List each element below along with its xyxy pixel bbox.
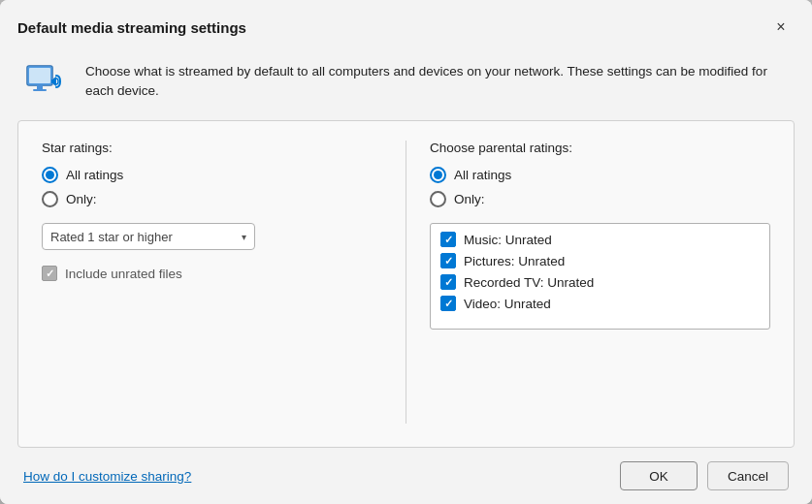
parental-all-ratings-label: All ratings — [454, 168, 511, 182]
star-ratings-label: Star ratings: — [42, 141, 382, 155]
star-all-ratings-radio[interactable]: All ratings — [42, 167, 382, 183]
star-rating-dropdown[interactable]: Rated 1 star or higher ▾ — [42, 223, 255, 250]
left-panel: Star ratings: All ratings Only: Rated 1 … — [42, 141, 406, 424]
star-all-ratings-label: All ratings — [66, 168, 123, 182]
parental-checkbox-2[interactable] — [440, 274, 456, 290]
parental-list-item: Video: Unrated — [440, 296, 760, 311]
star-only-radio[interactable]: Only: — [42, 191, 382, 207]
media-icon — [23, 58, 70, 105]
svg-rect-6 — [51, 79, 53, 83]
star-dropdown-value: Rated 1 star or higher — [50, 230, 173, 244]
main-content: Star ratings: All ratings Only: Rated 1 … — [17, 120, 795, 448]
parental-item-label-1: Pictures: Unrated — [464, 254, 565, 268]
svg-rect-4 — [33, 89, 47, 91]
help-link[interactable]: How do I customize sharing? — [23, 469, 191, 484]
parental-all-ratings-radio[interactable]: All ratings — [430, 167, 770, 183]
right-panel: Choose parental ratings: All ratings Onl… — [406, 141, 770, 424]
parental-item-label-0: Music: Unrated — [464, 233, 552, 247]
dialog: Default media streaming settings × Choos… — [0, 0, 812, 504]
cancel-button[interactable]: Cancel — [707, 461, 789, 490]
star-ratings-radio-group: All ratings Only: — [42, 167, 382, 207]
star-only-radio-indicator — [42, 191, 58, 207]
include-unrated-label: Include unrated files — [65, 267, 182, 281]
parental-only-label: Only: — [454, 192, 485, 206]
header-section: Choose what is streamed by default to al… — [0, 48, 812, 120]
svg-rect-3 — [37, 85, 43, 89]
parental-items-list: Music: UnratedPictures: UnratedRecorded … — [430, 223, 770, 330]
svg-rect-2 — [29, 68, 50, 83]
close-button[interactable]: × — [767, 14, 795, 41]
parental-only-radio[interactable]: Only: — [430, 191, 770, 207]
parental-list-item: Music: Unrated — [440, 232, 760, 247]
footer: How do I customize sharing? OK Cancel — [0, 448, 812, 504]
parental-checkbox-0[interactable] — [440, 232, 456, 247]
footer-buttons: OK Cancel — [620, 461, 789, 490]
parental-list-item: Pictures: Unrated — [440, 253, 760, 268]
parental-ratings-radio-group: All ratings Only: — [430, 167, 770, 207]
chevron-down-icon: ▾ — [242, 232, 246, 242]
include-unrated-container: Include unrated files — [42, 266, 382, 281]
parental-all-radio-indicator — [430, 167, 446, 183]
parental-item-label-3: Video: Unrated — [464, 297, 551, 311]
star-only-label: Only: — [66, 192, 97, 206]
star-dropdown-container: Rated 1 star or higher ▾ — [42, 223, 382, 250]
parental-item-label-2: Recorded TV: Unrated — [464, 275, 594, 290]
parental-checkbox-3[interactable] — [440, 296, 456, 311]
include-unrated-checkbox[interactable] — [42, 266, 57, 281]
title-bar: Default media streaming settings × — [0, 0, 812, 48]
dialog-title: Default media streaming settings — [17, 19, 246, 36]
star-all-radio-indicator — [42, 167, 58, 183]
parental-ratings-label: Choose parental ratings: — [430, 141, 770, 155]
parental-only-radio-indicator — [430, 191, 446, 207]
svg-marker-5 — [53, 77, 56, 86]
parental-list-item: Recorded TV: Unrated — [440, 274, 760, 290]
parental-checkbox-1[interactable] — [440, 253, 456, 268]
header-description: Choose what is streamed by default to al… — [85, 58, 789, 102]
ok-button[interactable]: OK — [620, 461, 698, 490]
